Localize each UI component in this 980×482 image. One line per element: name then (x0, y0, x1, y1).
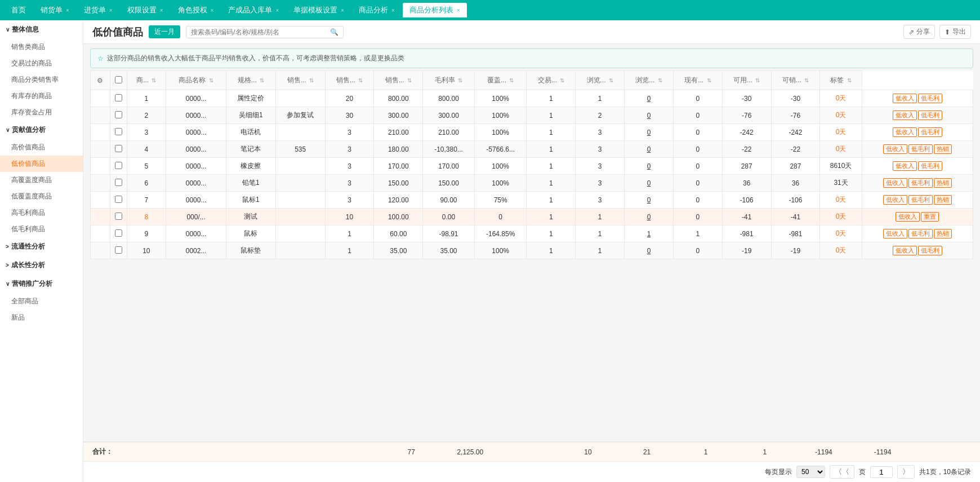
nav-item-权限设置[interactable]: 权限设置× (121, 3, 170, 17)
sidebar-item-高覆盖度商品[interactable]: 高覆盖度商品 (0, 172, 83, 188)
sidebar-item-低毛利商品[interactable]: 低毛利商品 (0, 221, 83, 237)
nav-close-icon[interactable]: × (109, 7, 113, 14)
views1-link[interactable]: 1 (647, 230, 651, 238)
row-views1[interactable]: 0 (625, 209, 674, 225)
views1-link[interactable]: 0 (647, 112, 651, 120)
row-views1[interactable]: 0 (625, 90, 674, 107)
sidebar-group-贡献值分析[interactable]: ∨贡献值分析 (0, 121, 83, 139)
views1-col-header[interactable]: 浏览... ⇅ (576, 71, 625, 90)
views1-link[interactable]: 0 (647, 145, 651, 153)
sidebar-item-低价值商品[interactable]: 低价值商品 (0, 156, 83, 172)
row-views1[interactable]: 0 (625, 124, 674, 141)
nav-item-角色授权[interactable]: 角色授权× (171, 3, 221, 17)
nav-item-产成品入库单[interactable]: 产成品入库单× (221, 3, 286, 17)
usable-stock-col-header[interactable]: 可用... ⇅ (722, 71, 771, 90)
row-settings[interactable] (91, 158, 110, 175)
row-settings[interactable] (91, 90, 110, 107)
row-views1[interactable]: 0 (625, 242, 674, 259)
table-container[interactable]: ⚙ 商... ⇅ 商品名称 ⇅ 规格... ⇅ 销售... ⇅ 销售... ⇅ … (90, 70, 973, 441)
tags-col-header[interactable]: 标签 ⇅ (820, 71, 862, 90)
views2-col-header[interactable]: 浏览... ⇅ (625, 71, 674, 90)
nav-close-icon[interactable]: × (341, 7, 344, 14)
views1-link[interactable]: 0 (647, 196, 651, 204)
row-checkbox[interactable] (115, 246, 122, 254)
row-views1[interactable]: 0 (625, 107, 674, 124)
sales-cost-col-header[interactable]: 销售... ⇅ (374, 71, 423, 90)
nav-close-icon[interactable]: × (275, 7, 279, 14)
filter-button[interactable]: 近一月 (149, 25, 180, 38)
row-settings[interactable] (91, 175, 110, 192)
nav-close-icon[interactable]: × (160, 7, 163, 14)
code-col-header[interactable]: 商... ⇅ (127, 71, 166, 90)
nav-close-icon[interactable]: × (391, 7, 395, 14)
sidebar-item-有库存的商品[interactable]: 有库存的商品 (0, 88, 83, 104)
row-views1[interactable]: 1 (625, 225, 674, 242)
nav-item-商品分析列表[interactable]: 商品分析列表× (403, 3, 467, 17)
row-checkbox[interactable] (115, 196, 122, 203)
nav-close-icon[interactable]: × (457, 7, 460, 14)
sidebar-group-流通性分析[interactable]: >流通性分析 (0, 237, 83, 256)
sellable-col-header[interactable]: 可销... ⇅ (771, 71, 820, 90)
sidebar-item-交易过的商品[interactable]: 交易过的商品 (0, 55, 83, 72)
sidebar-item-高价值商品[interactable]: 高价值商品 (0, 139, 83, 156)
nav-item-进货单[interactable]: 进货单× (77, 3, 119, 17)
row-views1[interactable]: 0 (625, 158, 674, 175)
row-settings[interactable] (91, 242, 110, 259)
spec-col-header[interactable]: 规格... ⇅ (226, 71, 276, 90)
page-number-input[interactable] (870, 466, 893, 478)
sidebar-group-整体信息[interactable]: ∨整体信息 (0, 20, 83, 39)
views1-link[interactable]: 0 (647, 213, 651, 221)
row-settings[interactable] (91, 141, 110, 158)
current-stock-col-header[interactable]: 现有... ⇅ (673, 71, 722, 90)
views1-link[interactable]: 0 (647, 129, 651, 136)
row-views1[interactable]: 0 (625, 192, 674, 209)
sidebar-item-全部商品[interactable]: 全部商品 (0, 293, 83, 309)
first-page-button[interactable]: 〈〈 (830, 465, 854, 479)
row-checkbox[interactable] (115, 229, 122, 237)
name-col-header[interactable]: 商品名称 ⇅ (166, 71, 226, 90)
sidebar-group-营销推广分析[interactable]: ∨营销推广分析 (0, 275, 83, 293)
row-settings[interactable] (91, 225, 110, 242)
nav-item-商品分析[interactable]: 商品分析× (352, 3, 402, 17)
row-checkbox[interactable] (115, 162, 122, 169)
page-size-select[interactable]: 50 20 100 (796, 466, 825, 478)
row-checkbox[interactable] (115, 213, 122, 220)
views1-link[interactable]: 0 (647, 95, 651, 103)
margin-col-header[interactable]: 毛利率 ⇅ (423, 71, 475, 90)
transactions-col-header[interactable]: 交易... ⇅ (527, 71, 576, 90)
sidebar-item-低覆盖度商品[interactable]: 低覆盖度商品 (0, 188, 83, 205)
settings-col-header[interactable]: ⚙ (91, 71, 110, 90)
select-all-checkbox[interactable] (115, 76, 122, 83)
row-views1[interactable]: 0 (625, 141, 674, 158)
sidebar-item-库存资金占用[interactable]: 库存资金占用 (0, 104, 83, 121)
nav-close-icon[interactable]: × (66, 7, 69, 14)
views1-link[interactable]: 0 (647, 162, 651, 170)
row-settings[interactable] (91, 192, 110, 209)
row-settings[interactable] (91, 209, 110, 225)
nav-item-首页[interactable]: 首页 (5, 3, 33, 17)
row-checkbox[interactable] (115, 111, 122, 118)
nav-item-单据模板设置[interactable]: 单据模板设置× (287, 3, 351, 17)
sidebar-item-销售类商品[interactable]: 销售类商品 (0, 39, 83, 55)
row-checkbox[interactable] (115, 145, 122, 152)
next-page-button[interactable]: 〉 (897, 465, 915, 479)
checkbox-col-header[interactable] (110, 71, 127, 90)
export-button[interactable]: ⬆ 导出 (939, 25, 971, 39)
sales-price-col-header[interactable]: 销售... ⇅ (325, 71, 374, 90)
row-checkbox[interactable] (115, 179, 122, 186)
row-settings[interactable] (91, 107, 110, 124)
nav-close-icon[interactable]: × (211, 7, 214, 14)
sidebar-group-成长性分析[interactable]: >成长性分析 (0, 256, 83, 275)
row-views1[interactable]: 0 (625, 175, 674, 192)
coverage-col-header[interactable]: 覆盖... ⇅ (474, 71, 527, 90)
sidebar-item-商品分类销售率[interactable]: 商品分类销售率 (0, 72, 83, 88)
row-settings[interactable] (91, 124, 110, 141)
nav-item-销货单[interactable]: 销货单× (34, 3, 76, 17)
views1-link[interactable]: 0 (647, 179, 651, 187)
sales-qty-col-header[interactable]: 销售... ⇅ (275, 71, 325, 90)
share-button[interactable]: ⇗ 分享 (903, 25, 935, 39)
views1-link[interactable]: 0 (647, 247, 651, 255)
search-input[interactable] (191, 28, 328, 36)
sidebar-item-高毛利商品[interactable]: 高毛利商品 (0, 205, 83, 221)
row-checkbox[interactable] (115, 94, 122, 101)
